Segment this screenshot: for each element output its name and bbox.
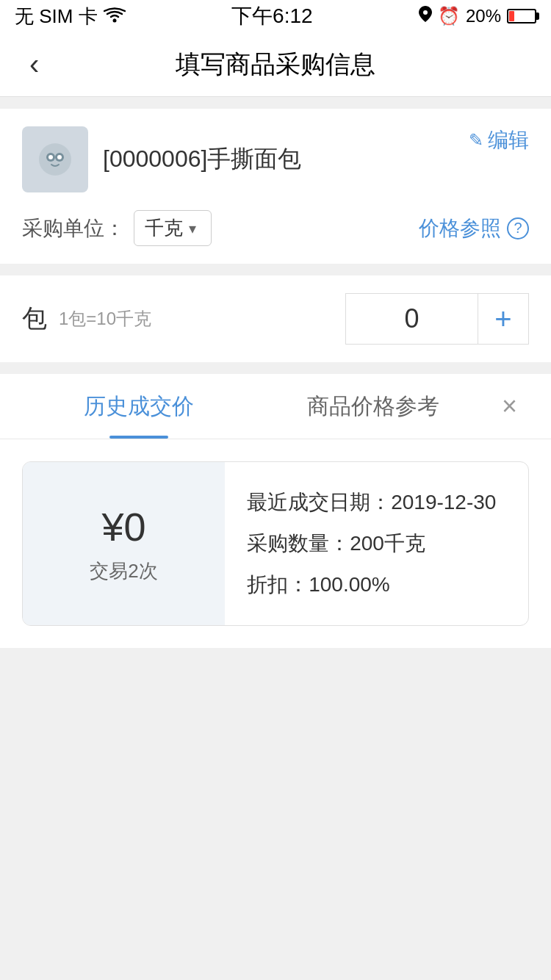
product-header: [0000006]手撕面包 ✎ 编辑 bbox=[22, 126, 529, 192]
unit-value: 千克 bbox=[145, 215, 183, 241]
wifi-icon bbox=[104, 5, 126, 28]
battery-icon bbox=[507, 9, 536, 24]
tab-history-price[interactable]: 历史成交价 bbox=[22, 374, 256, 439]
edit-button[interactable]: ✎ 编辑 bbox=[469, 126, 529, 154]
unit-label-text: 采购单位： bbox=[22, 215, 125, 242]
product-image bbox=[22, 126, 88, 192]
svg-point-5 bbox=[48, 155, 53, 159]
edit-label: 编辑 bbox=[488, 126, 529, 154]
alarm-icon: ⏰ bbox=[438, 6, 460, 26]
price-ref-label: 价格参照 bbox=[419, 215, 501, 242]
carrier-text: 无 SIM 卡 bbox=[15, 4, 98, 29]
tab-price-ref[interactable]: 商品价格参考 bbox=[256, 374, 489, 439]
location-icon bbox=[419, 6, 432, 26]
history-left: ¥0 交易2次 bbox=[23, 462, 225, 625]
discount-label: 折扣： bbox=[247, 573, 309, 596]
discount-value: 100.00% bbox=[309, 573, 390, 596]
svg-point-6 bbox=[57, 155, 62, 159]
history-card: ¥0 交易2次 最近成交日期：2019-12-30 采购数量：200千克 折扣：… bbox=[22, 461, 529, 626]
history-content: ¥0 交易2次 最近成交日期：2019-12-30 采购数量：200千克 折扣：… bbox=[0, 439, 551, 648]
status-time: 下午6:12 bbox=[231, 2, 313, 30]
help-icon: ? bbox=[507, 217, 529, 239]
status-bar: 无 SIM 卡 下午6:12 ⏰ 20% bbox=[0, 0, 551, 32]
recent-date-row: 最近成交日期：2019-12-30 bbox=[247, 489, 506, 516]
main-content bbox=[0, 648, 551, 980]
qty-conversion: 1包=10千克 bbox=[59, 307, 151, 331]
back-button[interactable]: ‹ bbox=[22, 40, 46, 88]
unit-label: 采购单位： 千克 ▾ bbox=[22, 210, 212, 246]
tab2-label: 商品价格参考 bbox=[307, 392, 439, 422]
svg-point-0 bbox=[112, 18, 116, 22]
product-card: [0000006]手撕面包 ✎ 编辑 采购单位： 千克 ▾ 价格参照 ? bbox=[0, 109, 551, 264]
product-name: [0000006]手撕面包 bbox=[103, 143, 301, 176]
purchase-qty-row: 采购数量：200千克 bbox=[247, 530, 506, 558]
history-right: 最近成交日期：2019-12-30 采购数量：200千克 折扣：100.00% bbox=[225, 462, 528, 625]
edit-icon: ✎ bbox=[469, 130, 483, 151]
product-left: [0000006]手撕面包 bbox=[22, 126, 301, 192]
history-price: ¥0 bbox=[102, 504, 146, 550]
tab-header: 历史成交价 商品价格参考 × bbox=[0, 374, 551, 439]
price-symbol: ¥ bbox=[102, 505, 124, 549]
product-unit-row: 采购单位： 千克 ▾ 价格参照 ? bbox=[22, 210, 529, 246]
tab-close-button[interactable]: × bbox=[490, 379, 529, 433]
qty-unit-label: 包 bbox=[22, 302, 47, 336]
status-right: ⏰ 20% bbox=[419, 6, 536, 26]
unit-select[interactable]: 千克 ▾ bbox=[134, 210, 212, 246]
tab-underline bbox=[109, 436, 168, 439]
discount-row: 折扣：100.00% bbox=[247, 571, 506, 599]
price-value: 0 bbox=[124, 505, 146, 549]
tab1-label: 历史成交价 bbox=[84, 392, 194, 422]
purchase-qty-value: 200千克 bbox=[350, 532, 425, 555]
status-left: 无 SIM 卡 bbox=[15, 4, 126, 29]
tab-panel: 历史成交价 商品价格参考 × ¥0 交易2次 最近成交日期：2019-12-30 bbox=[0, 374, 551, 648]
page-title: 填写商品采购信息 bbox=[176, 48, 375, 82]
quantity-unit: 包 1包=10千克 bbox=[22, 302, 151, 336]
chevron-down-icon: ▾ bbox=[189, 220, 196, 237]
recent-date-label: 最近成交日期： bbox=[247, 491, 391, 514]
quantity-input-group: + bbox=[345, 293, 529, 345]
plus-button[interactable]: + bbox=[478, 293, 529, 345]
recent-date-value: 2019-12-30 bbox=[391, 491, 496, 514]
section-divider-2 bbox=[0, 362, 551, 374]
quantity-input[interactable] bbox=[345, 293, 478, 345]
section-divider-1 bbox=[0, 264, 551, 275]
svg-point-1 bbox=[423, 10, 428, 15]
price-ref-button[interactable]: 价格参照 ? bbox=[419, 215, 529, 242]
battery-percent: 20% bbox=[466, 6, 501, 26]
nav-bar: ‹ 填写商品采购信息 bbox=[0, 32, 551, 97]
svg-point-2 bbox=[39, 143, 71, 176]
quantity-row: 包 1包=10千克 + bbox=[0, 275, 551, 362]
history-trades: 交易2次 bbox=[90, 558, 157, 584]
purchase-qty-label: 采购数量： bbox=[247, 532, 350, 555]
